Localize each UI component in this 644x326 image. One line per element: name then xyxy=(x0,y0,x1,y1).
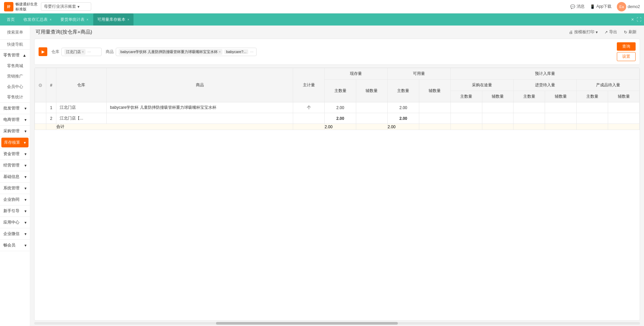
th-warehouse: 仓库 xyxy=(56,68,107,102)
app-download-btn[interactable]: 📱 App下载 xyxy=(590,4,611,9)
close-window-btn[interactable]: × xyxy=(631,17,634,22)
sidebar-group-wechat-header[interactable]: 企业微信 ▾ xyxy=(0,228,30,239)
sidebar-item-retail-stats[interactable]: 零售统计 xyxy=(0,92,30,102)
sidebar-group-wholesale-header[interactable]: 批发管理 ▾ xyxy=(0,103,30,114)
query-button[interactable]: 查询 xyxy=(617,42,636,51)
row1-stock-sub xyxy=(356,102,387,113)
sidebar-group-member-header[interactable]: 畅会员 ▾ xyxy=(0,240,30,251)
chevron-icon-2: ▾ xyxy=(24,106,26,111)
user-menu[interactable]: Ea demo2 xyxy=(617,2,640,11)
chevron-icon-4: ▾ xyxy=(24,129,26,134)
chevron-icon-5: ▾ xyxy=(24,140,26,145)
row2-seq: 2 xyxy=(46,113,56,124)
page-header: 可用量查询(按仓库+商品) 🖨 按模板打印 ▾ ↗ 导出 ↻ 刷新 xyxy=(30,26,644,39)
warehouse-input[interactable]: 江北门店 × ··· xyxy=(61,48,102,56)
tab-available-stock[interactable]: 可用量库存账本 × xyxy=(93,13,133,26)
filter-toggle-btn[interactable]: ▶ xyxy=(39,47,47,56)
warehouse-tag-close[interactable]: × xyxy=(82,50,84,54)
sidebar-group-system-header[interactable]: 系统管理 ▾ xyxy=(0,183,30,194)
warehouse-filter: 仓库 江北门店 × ··· xyxy=(51,48,102,56)
sidebar-group-apps-header[interactable]: 应用中心 ▾ xyxy=(0,217,30,228)
row1-avail-main: 2.00 xyxy=(387,102,419,113)
warehouse-tag: 江北门店 × xyxy=(64,49,86,55)
tab-close-receipts[interactable]: × xyxy=(50,18,52,21)
scrollbar-track[interactable] xyxy=(34,322,640,325)
page-title: 可用量查询(按仓库+商品) xyxy=(36,29,92,35)
header-right: 💬 消息 📱 App下载 Ea demo2 xyxy=(570,2,640,11)
sidebar-item-members[interactable]: 会员中心 xyxy=(0,82,30,92)
sidebar-group-basic-header[interactable]: 基础信息 ▾ xyxy=(0,171,30,182)
product-tag1-close[interactable]: × xyxy=(219,50,221,54)
sidebar-group-basic: 基础信息 ▾ xyxy=(0,171,30,183)
th-product: 商品 xyxy=(106,68,293,102)
scrollbar-thumb[interactable] xyxy=(216,322,398,325)
export-btn[interactable]: ↗ 导出 xyxy=(602,28,619,36)
row1-seq: 1 xyxy=(46,102,56,113)
sidebar-group-inventory-header[interactable]: 库存核算 ▾ xyxy=(1,138,29,147)
tab-receipts[interactable]: 收发存汇总表 × xyxy=(19,13,56,26)
row2-stock-sub xyxy=(356,113,387,124)
th-purchase-group: 采购在途量 xyxy=(450,80,514,91)
row2-inc-sub xyxy=(545,113,577,124)
summary-pur-main xyxy=(450,124,482,130)
row2-product xyxy=(106,113,293,124)
row2-stock-main: 2.00 xyxy=(325,113,356,124)
table-footer xyxy=(30,321,644,326)
chevron-icon-3: ▾ xyxy=(24,118,26,122)
search-menu-btn[interactable]: 搜索菜单 xyxy=(3,28,27,37)
sidebar-item-marketing[interactable]: 营销推广 xyxy=(0,71,30,82)
warehouse-more[interactable]: ··· xyxy=(88,49,91,54)
th-incoming-sub: 辅数量 xyxy=(545,91,577,102)
sidebar-group-operation: 经营管理 ▾ xyxy=(0,160,30,171)
summary-label: 合计 xyxy=(56,124,293,130)
sidebar-group-operation-header[interactable]: 经营管理 ▾ xyxy=(0,160,30,171)
row1-prod-sub xyxy=(608,102,640,113)
expand-btn[interactable]: ⛶ xyxy=(637,17,641,22)
setting-button[interactable]: 设置 xyxy=(617,52,636,61)
chevron-icon-8: ▾ xyxy=(24,175,26,179)
row2-avail-main: 2.00 xyxy=(387,113,419,124)
product-tag-2: babycare?... xyxy=(224,49,248,54)
sidebar-group-wechat: 企业微信 ▾ xyxy=(0,228,30,240)
product-input[interactable]: babycare学饮杯 儿童防摔防撞吸管杯重力球吸嘴杯宝宝水杯 × babyca… xyxy=(116,48,257,56)
tab-close-available[interactable]: × xyxy=(127,18,129,21)
sidebar-group-wholesale: 批发管理 ▾ xyxy=(0,103,30,114)
tab-bar-actions: × ⛶ xyxy=(631,17,641,22)
sidebar-group-retail-header[interactable]: 零售管理 ▲ xyxy=(0,50,30,61)
th-stock-group: 现存量 xyxy=(325,68,388,80)
sidebar-group-collab-header[interactable]: 企业协同 ▾ xyxy=(0,194,30,205)
product-more[interactable]: ··· xyxy=(250,49,254,54)
quick-nav-btn[interactable]: 快捷导航 xyxy=(0,40,30,50)
sidebar-item-retail-mall[interactable]: 零售商城 xyxy=(0,61,30,71)
sidebar-group-purchase-header[interactable]: 采购管理 ▾ xyxy=(0,126,30,137)
tab-list: 首页 收发存汇总表 × 要货单统计表 × 可用量库存账本 × xyxy=(3,13,133,26)
sidebar-group-newbie-header[interactable]: 新手引导 ▾ xyxy=(0,205,30,217)
industry-selector[interactable]: 母婴行业演示账套 ▾ xyxy=(41,2,91,11)
summary-prod-main xyxy=(577,124,608,130)
sidebar-group-finance-header[interactable]: 资金管理 ▾ xyxy=(0,148,30,159)
sidebar-group-ecom-header[interactable]: 电商管理 ▾ xyxy=(0,114,30,125)
chevron-down-icon: ▾ xyxy=(77,4,79,9)
logo-text: 畅捷通好生意 标准版 xyxy=(15,2,38,11)
sidebar-group-newbie: 新手引导 ▾ xyxy=(0,205,30,217)
sidebar-search-area: 搜索菜单 xyxy=(0,26,30,40)
data-table-container: ⚙ # 仓库 商品 主计量 现存量 可用量 预计入库量 主数量 辅数量 主数量 xyxy=(34,67,640,321)
chevron-icon: ▲ xyxy=(22,53,26,58)
page-actions: 🖨 按模板打印 ▾ ↗ 导出 ↻ 刷新 xyxy=(567,28,639,36)
row1-unit: 个 xyxy=(293,102,325,113)
sidebar-group-ecom: 电商管理 ▾ xyxy=(0,114,30,126)
summary-stock-main: 2.00 xyxy=(325,124,356,130)
chevron-icon-12: ▾ xyxy=(24,220,26,225)
tab-close-order-stats[interactable]: × xyxy=(87,18,89,21)
tab-home[interactable]: 首页 xyxy=(3,13,19,26)
message-btn[interactable]: 💬 消息 xyxy=(570,4,585,9)
print-btn[interactable]: 🖨 按模板打印 ▾ xyxy=(567,28,600,36)
refresh-btn[interactable]: ↻ 刷新 xyxy=(622,28,639,36)
th-purchase-main: 主数量 xyxy=(450,91,482,102)
th-production-group: 产成品待入量 xyxy=(577,80,640,91)
download-icon: 📱 xyxy=(590,4,595,9)
export-icon: ↗ xyxy=(604,30,608,35)
chevron-icon-9: ▾ xyxy=(24,186,26,191)
th-gear[interactable]: ⚙ xyxy=(35,68,46,102)
tab-order-stats[interactable]: 要货单统计表 × xyxy=(56,13,93,26)
